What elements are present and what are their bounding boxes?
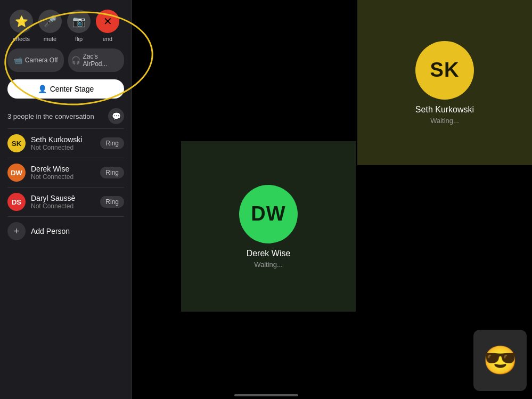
camera-off-button[interactable]: 📹 Camera Off [7,48,64,72]
person-row-seth[interactable]: SK Seth Kurkowski Not Connected Ring [0,129,132,158]
person-name-daryl: Daryl Saussè [31,194,95,202]
effects-icon: ⭐ [10,10,33,33]
avatar-derek-sidebar: DW [7,164,26,182]
device-buttons: 📹 Camera Off 🎧 Zac's AirPod... [0,42,132,77]
ring-button-seth[interactable]: Ring [100,137,124,149]
sidebar-panel: ⭐ effects 🎤 mute 📷 flip ✕ end 📹 Camera O… [0,0,132,399]
person-name-seth: Seth Kurkowski [31,135,95,144]
add-person-icon: + [7,222,26,240]
avatar-seth: SK [415,41,474,100]
add-person-label: Add Person [31,227,70,235]
flip-icon: 📷 [67,10,91,33]
flip-button[interactable]: 📷 flip [67,10,91,42]
people-count: 3 people in the conversation [7,112,94,120]
person-info-derek: Derek Wise Not Connected [31,165,95,181]
self-emoji: 😎 [483,344,518,377]
tile-derek: DW Derek Wise Waiting... [181,141,356,312]
tile-name-seth: Seth Kurkowski [415,105,474,115]
person-row-daryl[interactable]: DS Daryl Saussè Not Connected Ring [0,188,132,216]
center-stage-icon: 👤 [38,85,47,93]
center-stage-button[interactable]: 👤 Center Stage [7,79,124,99]
person-status-seth: Not Connected [31,144,95,151]
effects-label: effects [13,36,30,42]
mute-icon: 🎤 [38,10,62,33]
self-view: 😎 [473,330,527,391]
person-name-derek: Derek Wise [31,165,95,173]
end-button[interactable]: ✕ end [96,10,119,42]
effects-button[interactable]: ⭐ effects [10,10,33,42]
airpods-label: Zac's AirPod... [83,53,121,68]
ring-button-daryl[interactable]: Ring [100,196,124,208]
tile-status-seth: Waiting... [430,117,459,125]
airpods-button[interactable]: 🎧 Zac's AirPod... [68,48,125,72]
controls-bar: ⭐ effects 🎤 mute 📷 flip ✕ end [0,0,132,42]
person-info-seth: Seth Kurkowski Not Connected [31,135,95,151]
add-person-row[interactable]: + Add Person [0,217,132,246]
person-row-derek[interactable]: DW Derek Wise Not Connected Ring [0,158,132,187]
center-stage-label: Center Stage [50,85,94,93]
end-icon: ✕ [96,10,119,33]
tile-status-derek: Waiting... [254,260,283,268]
mute-label: mute [44,36,56,42]
headphone-icon: 🎧 [71,56,80,64]
camera-label: Camera Off [25,56,58,64]
mute-button[interactable]: 🎤 mute [38,10,62,42]
avatar-derek: DW [239,185,298,243]
person-info-daryl: Daryl Saussè Not Connected [31,194,95,210]
end-label: end [103,36,112,42]
camera-icon: 📹 [13,56,22,64]
tile-seth: SK Seth Kurkowski Waiting... [357,0,532,165]
message-button[interactable]: 💬 [108,108,124,124]
scroll-indicator [234,394,298,396]
tile-name-derek: Derek Wise [247,249,291,258]
avatar-daryl-sidebar: DS [7,193,26,211]
person-status-daryl: Not Connected [31,202,95,210]
avatar-seth-sidebar: SK [7,134,26,152]
people-header: 3 people in the conversation 💬 [0,103,132,128]
ring-button-derek[interactable]: Ring [100,167,124,178]
flip-label: flip [75,36,83,42]
person-status-derek: Not Connected [31,173,95,181]
